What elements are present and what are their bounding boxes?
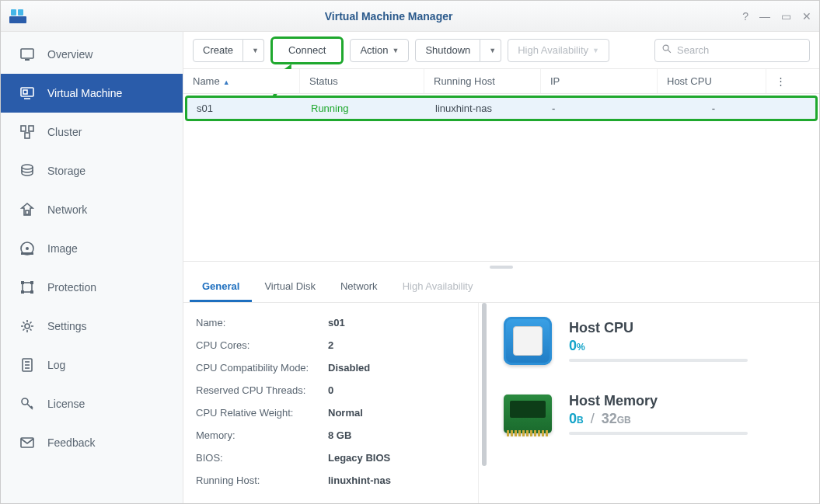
sidebar-item-label: Feedback <box>47 436 95 449</box>
log-icon <box>19 357 35 373</box>
sidebar-item-label: Cluster <box>47 126 82 138</box>
protection-icon <box>19 280 35 295</box>
memory-total-value: 32 <box>602 411 617 426</box>
info-reserved-label: Reserved CPU Threads: <box>196 384 328 396</box>
sidebar-item-label: Settings <box>47 320 87 332</box>
feedback-icon <box>19 435 35 450</box>
shutdown-button[interactable]: Shutdown <box>415 39 480 62</box>
sidebar-item-storage[interactable]: Storage <box>1 151 183 190</box>
svg-rect-12 <box>26 210 29 214</box>
col-name[interactable]: Name▲ <box>183 69 300 93</box>
scrollbar-thumb[interactable] <box>482 303 487 466</box>
sidebar-item-virtual-machine[interactable]: Virtual Machine <box>1 74 183 113</box>
host-memory-block: Host Memory 0B / 32GB <box>504 393 804 435</box>
svg-rect-15 <box>21 252 33 255</box>
host-memory-title: Host Memory <box>569 393 748 409</box>
stats-column: Host CPU 0% Host Memory <box>488 303 819 503</box>
image-icon <box>19 241 35 256</box>
sidebar: Overview Virtual Machine Cluster Storage… <box>1 32 183 503</box>
info-cores-value: 2 <box>328 339 469 351</box>
info-name-label: Name: <box>196 317 328 328</box>
help-icon[interactable]: ? <box>742 10 748 23</box>
info-memory-value: 8 GB <box>328 429 469 441</box>
svg-rect-8 <box>21 126 26 131</box>
svg-rect-1 <box>11 9 16 16</box>
sidebar-item-label: Log <box>47 359 65 371</box>
shutdown-button-group: Shutdown ▼ <box>415 39 501 62</box>
window-title: Virtual Machine Manager <box>35 10 742 23</box>
col-ip[interactable]: IP <box>541 69 658 93</box>
info-bios-label: BIOS: <box>196 452 328 464</box>
cell-cpu: - <box>659 98 768 119</box>
connect-button[interactable]: Connect <box>273 39 341 62</box>
col-status[interactable]: Status <box>300 69 424 93</box>
col-host-cpu[interactable]: Host CPU <box>658 69 766 93</box>
svg-rect-17 <box>21 281 24 284</box>
svg-rect-6 <box>23 90 27 94</box>
create-button-group: Create ▼ <box>193 39 264 62</box>
svg-point-21 <box>25 324 30 328</box>
network-icon <box>19 202 35 217</box>
minimize-icon[interactable]: — <box>759 10 770 23</box>
close-icon[interactable]: ✕ <box>802 10 811 23</box>
create-button[interactable]: Create <box>193 39 243 62</box>
col-more[interactable]: ⋮ <box>766 69 785 93</box>
settings-icon <box>19 318 35 334</box>
host-cpu-unit: % <box>577 342 585 353</box>
overview-icon <box>19 47 35 62</box>
titlebar: Virtual Machine Manager ? — ▭ ✕ <box>1 1 819 32</box>
cpu-icon <box>504 317 552 365</box>
detail-panel: General Virtual Disk Network High Availa… <box>183 261 819 503</box>
col-running-host[interactable]: Running Host <box>424 69 541 93</box>
main-panel: Create ▼ Connect Action▼ Shutdown ▼ High… <box>183 32 819 503</box>
tab-network[interactable]: Network <box>328 273 390 302</box>
action-button[interactable]: Action▼ <box>350 39 409 62</box>
info-host-value: linuxhint-nas <box>328 474 469 486</box>
cell-ip: - <box>543 98 659 119</box>
window-controls: ? — ▭ ✕ <box>742 10 811 23</box>
high-availability-button: High Availability▼ <box>508 39 609 62</box>
svg-rect-2 <box>18 9 23 16</box>
host-cpu-block: Host CPU 0% <box>504 317 804 365</box>
tab-high-availability: High Availability <box>390 273 486 302</box>
host-cpu-title: Host CPU <box>569 320 748 336</box>
resize-handle[interactable] <box>183 262 819 273</box>
sidebar-item-label: Virtual Machine <box>47 87 122 99</box>
create-dropdown-caret[interactable]: ▼ <box>243 39 264 62</box>
info-compat-value: Disabled <box>328 362 469 374</box>
vm-icon <box>19 85 35 101</box>
sidebar-item-network[interactable]: Network <box>1 190 183 229</box>
sidebar-item-overview[interactable]: Overview <box>1 35 183 74</box>
sidebar-item-image[interactable]: Image <box>1 229 183 268</box>
sidebar-item-label: Image <box>47 242 78 255</box>
tab-virtual-disk[interactable]: Virtual Disk <box>252 273 328 302</box>
sidebar-item-feedback[interactable]: Feedback <box>1 423 183 462</box>
maximize-icon[interactable]: ▭ <box>781 10 791 23</box>
sidebar-item-protection[interactable]: Protection <box>1 268 183 307</box>
sidebar-item-cluster[interactable]: Cluster <box>1 113 183 151</box>
sidebar-item-log[interactable]: Log <box>1 346 183 384</box>
svg-rect-3 <box>21 49 33 58</box>
memory-icon <box>504 395 552 433</box>
sidebar-item-license[interactable]: License <box>1 384 183 423</box>
app-icon <box>9 9 27 24</box>
host-cpu-value: 0 <box>569 338 577 353</box>
search-icon <box>661 43 672 57</box>
svg-point-11 <box>22 165 33 169</box>
vm-table: Name▲ Status Running Host IP Host CPU ⋮ … <box>183 69 819 121</box>
table-header: Name▲ Status Running Host IP Host CPU ⋮ <box>183 69 819 94</box>
sidebar-item-label: Storage <box>47 165 85 177</box>
info-compat-label: CPU Compatibility Mode: <box>196 362 328 374</box>
svg-rect-0 <box>9 16 26 23</box>
search-box[interactable] <box>654 39 810 62</box>
sidebar-item-label: License <box>47 398 85 410</box>
sidebar-item-settings[interactable]: Settings <box>1 307 183 346</box>
svg-point-14 <box>26 247 29 250</box>
tab-general[interactable]: General <box>190 273 252 302</box>
info-host-label: Running Host: <box>196 474 328 486</box>
table-row[interactable]: s01 Running linuxhint-nas - - <box>185 96 818 121</box>
info-reserved-value: 0 <box>328 384 469 396</box>
info-name-value: s01 <box>328 317 469 328</box>
shutdown-dropdown-caret[interactable]: ▼ <box>480 39 501 62</box>
search-input[interactable] <box>677 44 808 56</box>
